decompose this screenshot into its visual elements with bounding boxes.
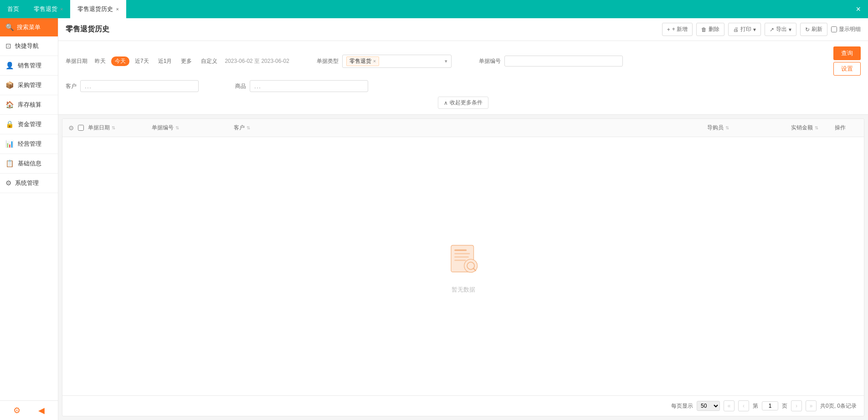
sort-icon-date: ⇅	[112, 125, 115, 130]
th-date-label: 单据日期	[88, 124, 110, 132]
sidebar-item-7[interactable]: ⚙系统管理	[0, 174, 58, 193]
sidebar-label-7: 系统管理	[15, 179, 39, 187]
show-detail-input[interactable]	[831, 26, 837, 32]
export-arrow-icon: ▾	[789, 26, 791, 33]
doc-no-filter-group: 单据编号	[479, 56, 623, 67]
doc-type-select[interactable]: 零售退货 × ▾	[342, 55, 452, 68]
doc-no-label: 单据编号	[479, 57, 501, 65]
sidebar-label-5: 经营管理	[18, 140, 41, 148]
main-content: 零售退货历史 + + 新增 🗑 删除 🖨 打印 ▾ ↗ 导出	[58, 18, 868, 420]
sidebar-label-4: 资金管理	[18, 120, 41, 128]
page-title: 零售退货历史	[66, 25, 109, 34]
main-layout: 🔍 搜索菜单 ⊡快捷导航👤销售管理📦采购管理🏠库存核算🔒资金管理📊经营管理📋基础…	[0, 18, 868, 420]
show-detail-checkbox[interactable]: 显示明细	[831, 26, 861, 33]
delete-button[interactable]: 🗑 删除	[696, 23, 724, 36]
select-arrow-icon: ▾	[445, 58, 447, 64]
th-date[interactable]: 单据日期 ⇅	[84, 124, 148, 132]
nav-icon-2: 📦	[5, 81, 14, 89]
page-actions: + + 新增 🗑 删除 🖨 打印 ▾ ↗ 导出 ▾	[662, 23, 861, 36]
sidebar-search[interactable]: 🔍 搜索菜单	[0, 18, 58, 36]
date-btn-1month[interactable]: 近1月	[154, 56, 176, 66]
sidebar-label-2: 采购管理	[18, 81, 41, 89]
last-page-button[interactable]: »	[806, 400, 817, 411]
filter-area: 单据日期 昨天 今天 近7天 近1月 更多 自定义 2023-06-02 至 2…	[58, 41, 868, 115]
page-number-input[interactable]	[762, 401, 778, 410]
date-btn-custom[interactable]: 自定义	[197, 56, 221, 66]
goods-placeholder: …	[254, 82, 262, 90]
next-page-button[interactable]: ›	[791, 400, 802, 411]
setting-button[interactable]: 设置	[833, 62, 861, 76]
filter-row-2: 客户 … 商品 …	[66, 80, 861, 92]
tab-0[interactable]: 首页	[0, 0, 26, 18]
collapse-icon: ∧	[444, 100, 448, 106]
th-no-label: 单据编号	[152, 124, 174, 132]
nav-icon-3: 🏠	[5, 101, 14, 109]
query-button[interactable]: 查询	[833, 46, 861, 60]
tab-1[interactable]: 零售退货×	[26, 0, 70, 18]
svg-rect-4	[454, 260, 466, 261]
th-customer-label: 客户	[234, 124, 245, 132]
nav-icon-0: ⊡	[5, 42, 11, 50]
sidebar-item-0[interactable]: ⊡快捷导航	[0, 36, 58, 56]
customer-placeholder: …	[84, 82, 92, 90]
empty-text: 暂无数据	[452, 286, 475, 294]
sidebar-item-3[interactable]: 🏠库存核算	[0, 95, 58, 115]
customer-label: 客户	[66, 82, 77, 90]
th-doc-no[interactable]: 单据编号 ⇅	[148, 124, 230, 132]
th-guide[interactable]: 导购员 ⇅	[704, 124, 767, 132]
nav-icon-6: 📋	[5, 159, 14, 168]
page-unit: 页	[782, 402, 787, 410]
th-amount[interactable]: 实销金额 ⇅	[767, 124, 822, 132]
first-page-button[interactable]: «	[724, 400, 734, 411]
sort-icon-guide: ⇅	[725, 125, 729, 130]
print-button[interactable]: 🖨 打印 ▾	[728, 23, 761, 36]
tab-close-1[interactable]: ×	[60, 6, 63, 12]
select-all-checkbox[interactable]	[78, 125, 84, 131]
th-select-all[interactable]: ⚙	[68, 124, 84, 132]
date-btn-more[interactable]: 更多	[177, 56, 195, 66]
customer-select[interactable]: …	[80, 80, 199, 92]
customer-filter-group: 客户 …	[66, 80, 199, 92]
settings-icon[interactable]: ⚙	[13, 405, 21, 415]
print-arrow-icon: ▾	[753, 26, 756, 33]
refresh-icon: ↻	[805, 26, 810, 33]
collapse-icon[interactable]: ◀	[38, 405, 45, 415]
page-summary: 共0页, 0条记录	[820, 402, 857, 410]
show-detail-label: 显示明细	[839, 26, 861, 33]
goods-select[interactable]: …	[250, 80, 368, 92]
sidebar-item-2[interactable]: 📦采购管理	[0, 76, 58, 95]
nav-icon-7: ⚙	[5, 179, 11, 187]
sidebar-label-1: 销售管理	[18, 61, 41, 70]
goods-label: 商品	[235, 82, 246, 90]
refresh-button[interactable]: ↻ 刷新	[800, 23, 827, 36]
sidebar-item-4[interactable]: 🔒资金管理	[0, 115, 58, 134]
per-page-label: 每页显示	[671, 402, 693, 410]
svg-rect-1	[454, 249, 467, 251]
settings-icon[interactable]: ⚙	[68, 124, 74, 132]
page-size-dropdown[interactable]: 50 20 100 200	[697, 401, 720, 411]
tab-2[interactable]: 零售退货历史×	[70, 0, 126, 18]
th-customer[interactable]: 客户 ⇅	[230, 124, 704, 132]
window-close-button[interactable]: ×	[848, 0, 868, 18]
sidebar-item-1[interactable]: 👤销售管理	[0, 56, 58, 76]
sidebar-item-6[interactable]: 📋基础信息	[0, 154, 58, 174]
date-btn-yesterday[interactable]: 昨天	[91, 56, 109, 66]
tab-close-2[interactable]: ×	[116, 6, 118, 12]
doc-no-input[interactable]	[504, 56, 623, 67]
sidebar-item-5[interactable]: 📊经营管理	[0, 134, 58, 154]
tag-close-icon[interactable]: ×	[373, 58, 376, 64]
sidebar-nav: ⊡快捷导航👤销售管理📦采购管理🏠库存核算🔒资金管理📊经营管理📋基础信息⚙系统管理	[0, 36, 58, 400]
nav-icon-1: 👤	[5, 61, 14, 70]
doc-type-filter-group: 单据类型 零售退货 × ▾	[317, 55, 452, 68]
date-btn-today[interactable]: 今天	[111, 56, 129, 66]
new-button[interactable]: + + 新增	[662, 23, 693, 36]
export-button[interactable]: ↗ 导出 ▾	[765, 23, 796, 36]
page-size-select[interactable]: 50 20 100 200	[697, 401, 720, 411]
date-btn-7days[interactable]: 近7天	[131, 56, 153, 66]
search-icon: 🔍	[5, 23, 14, 31]
collapse-button[interactable]: ∧ 收起更多条件	[438, 97, 488, 109]
goods-filter-group: 商品 …	[235, 80, 368, 92]
sort-icon-amount: ⇅	[815, 125, 818, 130]
nav-icon-4: 🔒	[5, 120, 14, 128]
prev-page-button[interactable]: ‹	[738, 400, 749, 411]
